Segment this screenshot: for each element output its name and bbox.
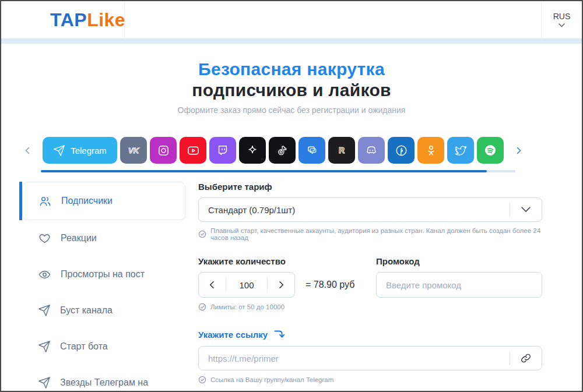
eye-icon: [38, 268, 51, 281]
chevron-left-icon: [23, 146, 32, 155]
chevron-down-icon[interactable]: [510, 206, 542, 213]
logo-part-like: Like: [87, 9, 125, 30]
quantity-decrease-button[interactable]: [199, 273, 226, 297]
quantity-hint: Лимиты: от 50 до 10000: [198, 303, 376, 311]
carousel-items: Telegram VK R: [43, 137, 504, 164]
header: TAPLike RUS: [1, 1, 582, 38]
discord-icon: [364, 143, 378, 157]
page-subtitle: Оформите заказ прямо сейчас без регистра…: [1, 105, 582, 115]
price-total: = 78.90 руб: [305, 280, 354, 290]
carousel-prev-button[interactable]: [21, 144, 34, 157]
page-title-line2: подписчиков и лайков: [1, 80, 582, 101]
promo-input[interactable]: [376, 272, 542, 298]
link-hint-text: Ссылка на Вашу группу/канал Telegram: [210, 376, 333, 383]
check-circle-icon: [198, 303, 206, 311]
link-input-box: [198, 346, 542, 370]
paper-plane-icon: [38, 340, 51, 353]
social-ok-button[interactable]: [417, 137, 444, 164]
order-form: Выберите тариф Стандарт (0.79р/1шт) Плав…: [198, 182, 582, 384]
sidebar-item-label: Реакции: [61, 233, 97, 243]
chevron-right-icon: [276, 280, 286, 289]
link-label: Укажите ссылку: [198, 330, 268, 340]
svg-text:VK: VK: [128, 146, 140, 155]
paper-plane-icon: [38, 304, 51, 317]
link-hint: Ссылка на Вашу группу/канал Telegram: [198, 376, 542, 384]
sidebar-item-label: Старт бота: [60, 341, 108, 352]
tiktok-icon: [276, 144, 289, 157]
promo-label: Промокод: [376, 256, 542, 266]
promo-section: Промокод: [376, 256, 542, 311]
social-rutube-button[interactable]: R: [328, 137, 355, 164]
chat-bubbles-icon: [305, 144, 319, 157]
social-twitch-button[interactable]: [209, 137, 236, 164]
social-telegram-button[interactable]: Telegram: [43, 137, 117, 164]
quantity-input[interactable]: [226, 273, 267, 297]
header-accent-strip: [1, 38, 582, 44]
social-facebook-button[interactable]: [388, 137, 415, 164]
chain-link-icon: [521, 353, 531, 363]
quantity-section: Укажите количество: [198, 256, 376, 311]
language-label: RUS: [553, 12, 571, 21]
chevron-down-icon: [558, 23, 566, 28]
sidebar-item-channel-boost[interactable]: Буст канала: [22, 292, 185, 329]
quantity-hint-text: Лимиты: от 50 до 10000: [210, 303, 285, 310]
rutube-icon: R: [335, 143, 349, 157]
sidebar-item-post-views[interactable]: Просмотры на пост: [22, 256, 185, 292]
language-selector[interactable]: RUS: [541, 1, 582, 38]
sidebar-item-label: Подписчики: [61, 196, 113, 206]
tariff-select[interactable]: Стандарт (0.79р/1шт): [198, 197, 542, 222]
page-title-line1: Безопасная накрутка: [1, 59, 582, 80]
carousel-scrollbar-thumb[interactable]: [41, 170, 487, 172]
sparkle-icon: [246, 144, 259, 157]
social-youtube-button[interactable]: [180, 137, 206, 164]
link-input[interactable]: [199, 354, 510, 363]
logo-part-tap: TAP: [50, 9, 87, 30]
logo-area: TAPLike: [1, 1, 125, 38]
tariff-hint: Плавный старт, качественные аккаунты, ау…: [198, 227, 542, 241]
instagram-icon: [157, 144, 170, 157]
social-instagram-button[interactable]: [150, 137, 177, 164]
sidebar-item-label: Просмотры на пост: [61, 269, 145, 280]
tariff-hint-text: Плавный старт, качественные аккаунты, ау…: [210, 227, 542, 241]
spotify-icon: [483, 143, 497, 157]
ok-icon: [424, 144, 438, 157]
social-vk-button[interactable]: VK: [120, 137, 147, 164]
sidebar-item-telegram-stars[interactable]: Звезды Телеграм на: [22, 365, 185, 392]
twitch-icon: [216, 144, 229, 157]
sidebar-item-bot-start[interactable]: Старт бота: [22, 329, 185, 365]
service-sidebar: Подписчики Реакции Просмотры на пост Бус…: [1, 182, 185, 392]
link-label-row[interactable]: Укажите ссылку: [198, 329, 542, 340]
chevron-left-icon: [208, 280, 217, 289]
social-sparkle-button[interactable]: [239, 137, 266, 164]
logo[interactable]: TAPLike: [50, 9, 125, 31]
hero: Безопасная накрутка подписчиков и лайков…: [1, 59, 582, 115]
youtube-icon: [187, 144, 200, 157]
social-chat-button[interactable]: [298, 137, 325, 164]
chevron-right-icon: [514, 146, 523, 155]
sidebar-item-subscribers[interactable]: Подписчики: [22, 182, 185, 220]
quantity-stepper: [198, 272, 295, 298]
social-telegram-label: Telegram: [71, 146, 107, 156]
sidebar-item-reactions[interactable]: Реакции: [22, 220, 185, 256]
people-icon: [38, 195, 52, 208]
check-circle-icon: [198, 376, 206, 384]
heart-icon: [38, 232, 51, 245]
carousel-scrollbar[interactable]: [41, 170, 515, 172]
link-paste-button[interactable]: [510, 353, 542, 363]
social-spotify-button[interactable]: [477, 137, 504, 164]
carousel-next-button[interactable]: [512, 144, 525, 157]
social-network-carousel: Telegram VK R: [21, 137, 571, 164]
quantity-increase-button[interactable]: [268, 273, 294, 297]
social-discord-button[interactable]: [358, 137, 385, 164]
twitter-icon: [454, 144, 468, 157]
sidebar-item-label: Буст канала: [60, 305, 113, 316]
social-twitter-button[interactable]: [447, 137, 474, 164]
facebook-icon: [395, 144, 408, 157]
quantity-label: Укажите количество: [198, 256, 376, 266]
social-tiktok-button[interactable]: [269, 137, 296, 164]
header-spacer: [125, 1, 541, 38]
vk-icon: VK: [126, 143, 141, 158]
content: Подписчики Реакции Просмотры на пост Бус…: [1, 182, 582, 392]
svg-text:R: R: [339, 146, 345, 155]
curved-arrow-down-icon: [273, 329, 285, 340]
